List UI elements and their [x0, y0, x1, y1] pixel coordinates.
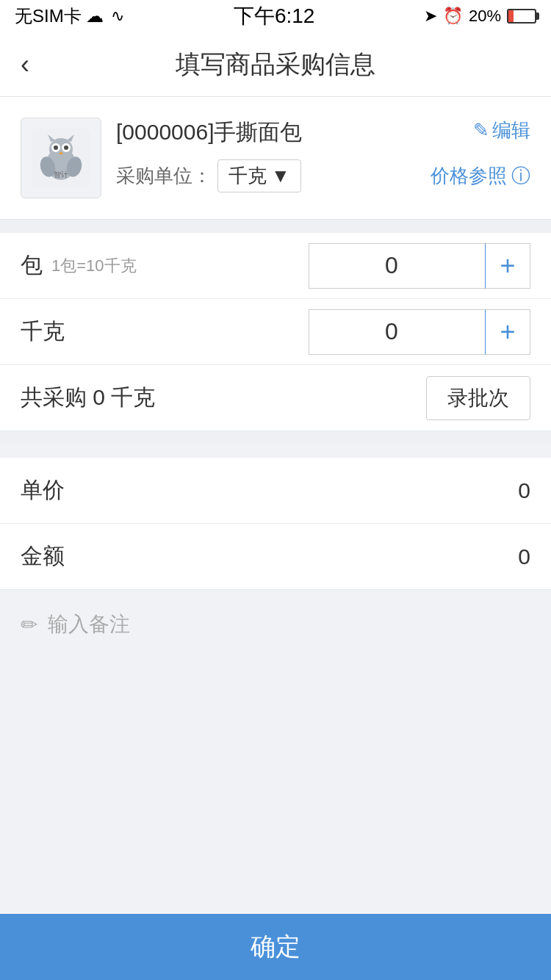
kg-input-row: 千克 +: [0, 299, 551, 365]
back-button[interactable]: ‹: [21, 49, 29, 80]
price-section: 单价 0 金额 0: [0, 458, 551, 590]
amount-value: 0: [518, 544, 530, 569]
unit-price-value: 0: [518, 478, 530, 503]
battery-fill: [508, 10, 514, 22]
wifi-icon: ∿: [111, 7, 124, 26]
product-thumbnail: 智计: [21, 118, 101, 198]
unit-price-label: 单价: [21, 475, 65, 505]
product-name-row: [0000006]手撕面包 ✎ 编辑: [116, 118, 530, 148]
unit-select[interactable]: 千克 ▼: [217, 159, 301, 192]
section-divider-2: [0, 431, 551, 444]
kg-input-control: +: [309, 309, 530, 355]
battery-icon: [507, 9, 536, 24]
remark-placeholder: 输入备注: [48, 610, 130, 638]
battery-percent: 20%: [469, 7, 501, 26]
product-logo: 智计: [32, 129, 90, 187]
pencil-icon: ✏: [21, 613, 37, 637]
product-name: [0000006]手撕面包: [116, 118, 302, 148]
status-left: 无SIM卡 ☁ ∿: [15, 4, 124, 28]
location-icon: ➤: [424, 7, 437, 26]
bao-input-section: 包 1包=10千克 + 千克 +: [0, 233, 551, 365]
product-card: 智计 [0000006]手撕面包 ✎ 编辑 采购单位： 千克 ▼ 价格参照 ⓘ: [0, 97, 551, 220]
purchase-unit-label: 采购单位： 千克 ▼: [116, 159, 301, 192]
status-time: 下午6:12: [234, 2, 315, 30]
section-divider-1: [0, 220, 551, 233]
bao-plus-button[interactable]: +: [485, 243, 530, 289]
summary-text: 共采购 0 千克: [21, 383, 155, 413]
dropdown-arrow: ▼: [271, 165, 290, 187]
confirm-button[interactable]: 确定: [0, 914, 551, 980]
purchase-unit-row: 采购单位： 千克 ▼ 价格参照 ⓘ: [116, 159, 530, 192]
bao-hint: 1包=10千克: [51, 255, 137, 277]
unit-value: 千克: [228, 163, 267, 189]
bao-quantity-input[interactable]: [309, 243, 485, 289]
bao-label: 包 1包=10千克: [21, 251, 137, 281]
price-ref-button[interactable]: 价格参照 ⓘ: [431, 163, 530, 189]
kg-plus-button[interactable]: +: [485, 309, 530, 355]
product-info: [0000006]手撕面包 ✎ 编辑 采购单位： 千克 ▼ 价格参照 ⓘ: [116, 118, 530, 192]
svg-point-6: [64, 145, 68, 150]
bao-input-row: 包 1包=10千克 +: [0, 233, 551, 299]
edit-button[interactable]: ✎ 编辑: [473, 118, 530, 143]
batch-button[interactable]: 录批次: [426, 376, 530, 420]
edit-icon: ✎: [473, 119, 489, 142]
svg-text:智计: 智计: [54, 170, 68, 179]
remark-section[interactable]: ✏ 输入备注: [0, 590, 551, 659]
status-right: ➤ ⏰ 20%: [424, 7, 536, 26]
svg-point-5: [54, 145, 58, 150]
alarm-icon: ⏰: [443, 7, 463, 26]
bottom-spacer: [0, 659, 551, 953]
page-title: 填写商品采购信息: [176, 48, 375, 82]
amount-row: 金额 0: [0, 524, 551, 590]
no-sim-label: 无SIM卡 ☁: [15, 4, 104, 28]
status-bar: 无SIM卡 ☁ ∿ 下午6:12 ➤ ⏰ 20%: [0, 0, 551, 32]
summary-row: 共采购 0 千克 录批次: [0, 365, 551, 431]
amount-label: 金额: [21, 541, 65, 572]
price-ref-label: 价格参照: [431, 163, 507, 189]
help-icon: ⓘ: [511, 163, 530, 189]
edit-label: 编辑: [492, 118, 530, 143]
kg-label: 千克: [21, 317, 65, 347]
nav-bar: ‹ 填写商品采购信息: [0, 32, 551, 97]
kg-quantity-input[interactable]: [309, 309, 485, 355]
bao-input-control: +: [309, 243, 530, 289]
unit-price-row: 单价 0: [0, 458, 551, 524]
